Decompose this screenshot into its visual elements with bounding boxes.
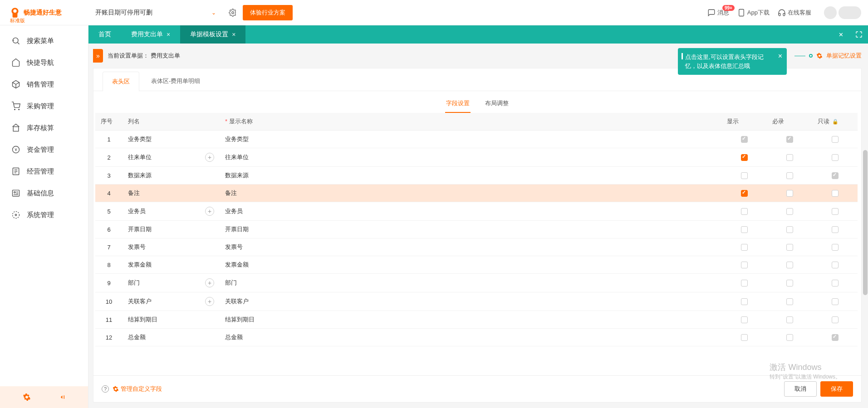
checkbox[interactable] [786, 190, 793, 197]
cell-display[interactable]: 关联客户 [220, 292, 721, 311]
table-row[interactable]: 2 往来单位+ 往来单位 [95, 148, 858, 167]
checkbox[interactable] [741, 280, 748, 287]
table-row[interactable]: 10 关联客户+ 关联客户 [95, 292, 858, 311]
checkbox[interactable] [832, 208, 839, 215]
sidebar-item[interactable]: 基础信息 [0, 182, 88, 204]
checkbox[interactable] [741, 262, 748, 268]
checkbox[interactable] [786, 244, 793, 251]
experience-solution-button[interactable]: 体验行业方案 [243, 5, 293, 20]
zone-tab[interactable]: 表头区 [103, 72, 139, 91]
sidebar-item[interactable]: 系统管理 [0, 204, 88, 226]
checkbox[interactable] [786, 334, 793, 341]
table-row[interactable]: 5 业务员+ 业务员 [95, 202, 858, 221]
checkbox[interactable] [832, 136, 839, 143]
add-button[interactable]: + [205, 297, 214, 306]
checkbox[interactable] [832, 154, 839, 161]
sidebar-item[interactable]: ¥资金管理 [0, 139, 88, 160]
checkbox[interactable] [741, 226, 748, 233]
tab-label: 费用支出单 [131, 30, 163, 39]
checkbox[interactable] [832, 280, 839, 287]
messages-button[interactable]: 消息 99+ [707, 9, 729, 17]
table-row[interactable]: 9 部门+ 部门 [95, 274, 858, 292]
help-icon[interactable]: ? [102, 385, 109, 393]
checkbox[interactable] [786, 298, 793, 305]
support-button[interactable]: 在线客服 [778, 9, 811, 17]
table-row[interactable]: 4 备注 备注 [95, 185, 858, 202]
cell-display[interactable]: 发票金额 [220, 256, 721, 274]
add-button[interactable]: + [205, 153, 214, 162]
avatar-wide [839, 6, 861, 19]
cell-display[interactable]: 往来单位 [220, 148, 721, 167]
sub-tab[interactable]: 字段设置 [445, 97, 471, 113]
sidebar-collapse-button[interactable] [58, 393, 66, 401]
sidebar-item[interactable]: 库存核算 [0, 117, 88, 139]
table-row[interactable]: 1 业务类型 业务类型 [95, 131, 858, 148]
sidebar-item[interactable]: 快捷导航 [0, 52, 88, 73]
memory-settings-link[interactable]: 单据记忆设置 [794, 52, 862, 60]
tab-close-button[interactable]: × [232, 31, 235, 38]
checkbox[interactable] [832, 190, 839, 197]
manage-custom-fields-link[interactable]: 管理自定义字段 [113, 385, 162, 393]
table-row[interactable]: 6 开票日期 开票日期 [95, 221, 858, 238]
table-row[interactable]: 11 结算到期日 结算到期日 [95, 311, 858, 329]
cell-display[interactable]: 发票号 [220, 238, 721, 256]
tab[interactable]: 费用支出单× [121, 25, 180, 44]
avatar-group[interactable] [824, 6, 861, 19]
fullscreen-button[interactable] [850, 25, 868, 44]
zone-tab[interactable]: 表体区-费用单明细 [142, 71, 210, 91]
add-button[interactable]: + [205, 278, 214, 287]
checkbox[interactable] [786, 172, 793, 179]
table-row[interactable]: 7 发票号 发票号 [95, 238, 858, 256]
panel-expand-button[interactable]: » [93, 49, 103, 63]
checkbox[interactable] [786, 262, 793, 268]
cell-display[interactable]: 部门 [220, 274, 721, 292]
checkbox[interactable] [741, 244, 748, 251]
checkbox[interactable] [786, 154, 793, 161]
checkbox[interactable] [832, 316, 839, 323]
scrollbar[interactable] [863, 150, 868, 376]
account-book-dropdown[interactable]: 开账日期可停用可删 ⌄ [88, 9, 223, 17]
checkbox[interactable] [832, 298, 839, 305]
cancel-button[interactable]: 取消 [784, 381, 817, 397]
scroll-thumb[interactable] [863, 150, 868, 295]
checkbox[interactable] [741, 298, 748, 305]
checkbox[interactable] [786, 208, 793, 215]
cell-display[interactable]: 总金额 [220, 329, 721, 346]
save-button[interactable]: 保存 [820, 381, 853, 397]
sidebar-item[interactable]: 经营管理 [0, 160, 88, 182]
tab-close-button[interactable]: × [167, 31, 170, 38]
cell-display[interactable]: 业务员 [220, 202, 721, 221]
sidebar-item[interactable]: 搜索菜单 [0, 30, 88, 52]
checkbox[interactable] [741, 154, 748, 161]
checkbox[interactable] [741, 172, 748, 179]
checkbox[interactable] [832, 226, 839, 233]
checkbox[interactable] [741, 316, 748, 323]
add-button[interactable]: + [205, 207, 214, 216]
cell-display[interactable]: 备注 [220, 185, 721, 202]
table-row[interactable]: 8 发票金额 发票金额 [95, 256, 858, 274]
cell-display[interactable]: 业务类型 [220, 131, 721, 148]
sub-tab[interactable]: 布局调整 [484, 97, 510, 113]
checkbox[interactable] [832, 244, 839, 251]
tooltip-close-button[interactable]: × [778, 51, 782, 62]
app-download-button[interactable]: App下载 [737, 9, 770, 17]
cell-display[interactable]: 数据来源 [220, 167, 721, 185]
checkbox[interactable] [786, 316, 793, 323]
checkbox[interactable] [832, 262, 839, 268]
checkbox[interactable] [786, 280, 793, 287]
checkbox[interactable] [786, 226, 793, 233]
settings-icon[interactable] [226, 6, 239, 19]
sidebar-item[interactable]: 销售管理 [0, 73, 88, 95]
cell-display[interactable]: 开票日期 [220, 221, 721, 238]
cell-display[interactable]: 结算到期日 [220, 311, 721, 329]
sidebar-item[interactable]: 采购管理 [0, 95, 88, 117]
sidebar-settings-button[interactable] [23, 393, 31, 401]
table-row[interactable]: 3 数据来源 数据来源 [95, 167, 858, 185]
table-row[interactable]: 12 总金额 总金额 [95, 329, 858, 346]
checkbox[interactable] [741, 190, 748, 197]
checkbox[interactable] [741, 208, 748, 215]
checkbox[interactable] [741, 334, 748, 341]
tab[interactable]: 单据模板设置× [180, 25, 245, 44]
close-all-tabs-button[interactable]: ✕ [832, 25, 850, 44]
tab[interactable]: 首页 [88, 25, 121, 44]
